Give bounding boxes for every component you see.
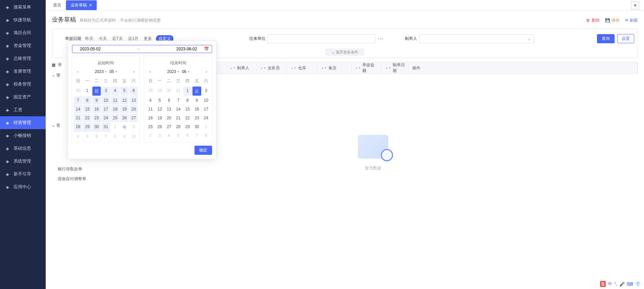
next-month-right[interactable]: ›: [203, 69, 210, 74]
calendar-day[interactable]: 10: [130, 133, 138, 141]
partner-more-icon[interactable]: ⋯: [378, 35, 383, 42]
prev-month-right[interactable]: ‹: [147, 69, 154, 74]
calendar-day[interactable]: 4: [74, 133, 82, 141]
date-end-input[interactable]: [171, 47, 202, 51]
calendar-day[interactable]: 25: [111, 114, 119, 122]
tab-0[interactable]: 首页: [48, 0, 66, 10]
th-amount[interactable]: ▲▼单据金额: [351, 62, 382, 74]
calendar-day[interactable]: 2: [146, 131, 155, 140]
prev-month-left[interactable]: ‹: [74, 69, 81, 74]
calendar-day[interactable]: 22: [183, 114, 192, 122]
tab-1[interactable]: 业务草稿✕: [66, 0, 97, 10]
calendar-day[interactable]: 今: [120, 123, 129, 132]
calendar-day[interactable]: 17: [202, 105, 210, 113]
calendar-day[interactable]: 6: [92, 133, 101, 141]
calendar-day[interactable]: 9: [92, 96, 101, 104]
calendar-day[interactable]: 5: [83, 133, 91, 141]
save-button[interactable]: 💾保存: [605, 18, 620, 23]
calendar-day[interactable]: 11: [111, 96, 119, 104]
calendar-day[interactable]: 31: [174, 87, 182, 96]
close-all-tabs[interactable]: ✕: [631, 1, 639, 9]
th-remark[interactable]: ▲▼备注: [318, 62, 351, 74]
sidebar-item-3[interactable]: ◈资金管理: [0, 39, 46, 52]
sidebar-item-12[interactable]: ◈系统管理: [0, 155, 46, 168]
calendar-day[interactable]: 24: [101, 114, 110, 122]
calendar-day[interactable]: 21: [174, 114, 182, 122]
calendar-day[interactable]: 29: [83, 123, 91, 132]
calendar-day[interactable]: 30: [192, 123, 201, 131]
calendar-day[interactable]: 28: [74, 123, 82, 132]
expand-filters[interactable]: ⌄ 展开更多条件: [326, 49, 364, 55]
category-item-adjust[interactable]: 应收应付调整单: [52, 174, 104, 184]
next-month-left[interactable]: ›: [131, 69, 137, 74]
calendar-day[interactable]: 9: [120, 133, 129, 141]
calendar-day[interactable]: 14: [74, 105, 82, 113]
calendar-day[interactable]: 1: [202, 123, 210, 131]
calendar-day[interactable]: 14: [174, 105, 182, 113]
ime-skin-icon[interactable]: 👕: [635, 282, 641, 287]
calendar-day[interactable]: 10: [202, 96, 210, 104]
calendar-day[interactable]: 6: [165, 96, 173, 104]
calendar-day[interactable]: 7: [74, 96, 82, 104]
calendar-day[interactable]: 7: [174, 96, 182, 104]
calendar-day[interactable]: 9: [192, 96, 201, 104]
th-date[interactable]: ▲▼制单日期: [382, 62, 409, 74]
calendar-day[interactable]: 7: [101, 133, 110, 141]
calendar-day[interactable]: 13: [130, 96, 138, 104]
calendar-day[interactable]: 18: [146, 114, 155, 122]
calendar-day[interactable]: 28: [174, 123, 182, 131]
calendar-day[interactable]: 7: [192, 131, 201, 140]
year-select-right[interactable]: 2023: [167, 69, 179, 74]
calendar-day[interactable]: 6: [130, 87, 138, 96]
ime-keyboard-icon[interactable]: ⌨: [627, 282, 633, 287]
calendar-day[interactable]: 29: [183, 123, 192, 131]
calendar-day[interactable]: 11: [146, 105, 155, 113]
th-salesman[interactable]: ▲▼业务员: [257, 62, 287, 74]
sidebar-item-14[interactable]: ◈应用中心: [0, 180, 46, 193]
calendar-day[interactable]: 1: [111, 123, 119, 132]
calendar-day[interactable]: 10: [101, 96, 110, 104]
year-select-left[interactable]: 2023: [95, 69, 107, 74]
calendar-day[interactable]: 8: [111, 133, 119, 141]
calendar-day[interactable]: 30: [74, 87, 82, 96]
calendar-day[interactable]: 26: [120, 114, 129, 122]
calendar-day[interactable]: 止: [192, 87, 201, 96]
month-select-right[interactable]: 06: [182, 69, 189, 74]
delete-button[interactable]: 🗑删除: [586, 18, 600, 23]
calendar-day[interactable]: 12: [120, 96, 129, 104]
close-icon[interactable]: ✕: [89, 3, 92, 7]
calendar-day[interactable]: 起: [92, 87, 101, 96]
calendar-day[interactable]: 30: [92, 123, 101, 132]
th-creator[interactable]: ▲▼制单人: [226, 62, 257, 74]
calendar-day[interactable]: 28: [146, 87, 155, 96]
query-button[interactable]: 查询: [597, 34, 615, 43]
calendar-day[interactable]: 12: [155, 105, 164, 113]
calendar-day[interactable]: 4: [165, 131, 173, 140]
category-item-bank[interactable]: 银行存取款单: [52, 164, 104, 174]
calendar-day[interactable]: 26: [155, 123, 164, 131]
calendar-day[interactable]: 15: [183, 105, 192, 113]
calendar-day[interactable]: 3: [155, 131, 164, 140]
calendar-day[interactable]: 27: [165, 123, 173, 131]
ime-punct-icon[interactable]: °,: [614, 282, 617, 287]
sidebar-item-9[interactable]: ◈经营管理: [0, 116, 46, 129]
calendar-day[interactable]: 3: [101, 87, 110, 96]
sidebar-item-8[interactable]: ◈工资: [0, 103, 46, 116]
sidebar-item-13[interactable]: ◈新手引导: [0, 168, 46, 180]
date-confirm-button[interactable]: 确定: [194, 146, 212, 155]
calendar-day[interactable]: 13: [165, 105, 173, 113]
date-start-input[interactable]: [75, 47, 106, 51]
calendar-day[interactable]: 3: [130, 123, 138, 132]
calendar-day[interactable]: 27: [130, 114, 138, 122]
ime-mic-icon[interactable]: 🎤: [619, 282, 625, 287]
calendar-day[interactable]: 20: [130, 105, 138, 113]
refresh-button[interactable]: ⟳刷新: [625, 18, 638, 23]
calendar-day[interactable]: 5: [155, 96, 164, 104]
sidebar-item-1[interactable]: ◈快捷导航: [0, 14, 46, 26]
calendar-day[interactable]: 29: [155, 87, 164, 96]
calendar-day[interactable]: 8: [202, 131, 210, 140]
calendar-day[interactable]: 1: [183, 87, 192, 96]
calendar-day[interactable]: 19: [155, 114, 164, 122]
calendar-day[interactable]: 4: [111, 87, 119, 96]
calendar-day[interactable]: 6: [183, 131, 192, 140]
